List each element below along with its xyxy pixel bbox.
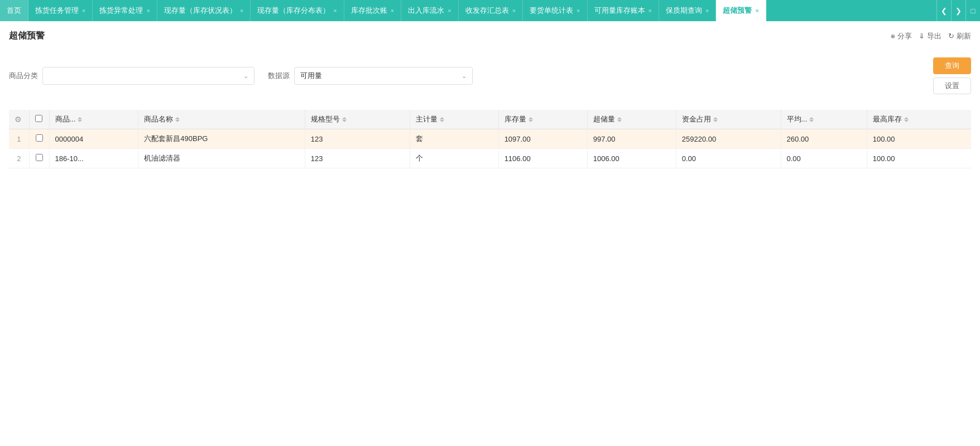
th-overstock[interactable]: 超储量: [587, 110, 676, 129]
nav-item-summary[interactable]: 收发存汇总表 ×: [459, 0, 523, 21]
nav-arrows: ❮ ❯ □: [936, 0, 980, 21]
row1-capital: 259220.00: [676, 129, 781, 149]
datasource-filter: 数据源 可用量 ⌄: [268, 67, 473, 85]
header-actions: ⎈ 分享 ⇓ 导出 ↻ 刷新: [891, 31, 971, 41]
row2-goods-code: 186-10...: [49, 149, 138, 168]
row1-stock: 1097.00: [498, 129, 587, 149]
sort-icon-max-stock: [904, 117, 909, 122]
th-max-stock[interactable]: 最高库存: [867, 110, 971, 129]
datasource-select[interactable]: 可用量 ⌄: [294, 67, 473, 85]
page-content: 超储预警 ⎈ 分享 ⇓ 导出 ↻ 刷新 商品分类 ⌄ 数据源: [0, 21, 980, 446]
th-unit[interactable]: 主计量: [410, 110, 498, 129]
top-navigation: 首页 拣货任务管理 × 拣货异常处理 × 现存量（库存状况表） × 现存量（库存…: [0, 0, 980, 21]
nav-item-batch[interactable]: 库存批次账 ×: [344, 0, 401, 21]
th-checkbox: [29, 110, 49, 129]
data-table: ⚙ 商品... 商品名称: [9, 110, 971, 168]
nav-item-home[interactable]: 首页: [0, 0, 28, 21]
category-filter: 商品分类 ⌄: [9, 67, 254, 85]
row1-overstock: 997.00: [587, 129, 676, 149]
sort-icon-stock: [529, 117, 533, 122]
category-label: 商品分类: [9, 71, 38, 81]
row2-spec: 123: [305, 149, 410, 168]
th-spec[interactable]: 规格型号: [305, 110, 410, 129]
row1-max-stock: 100.00: [867, 129, 971, 149]
setting-button[interactable]: 设置: [933, 77, 971, 94]
row1-avg: 260.00: [781, 129, 867, 149]
share-icon: ⎈: [891, 32, 895, 40]
nav-close-available-stock[interactable]: ×: [648, 7, 652, 14]
nav-item-stock-dist[interactable]: 现存量（库存分布表） ×: [251, 0, 344, 21]
sort-icon-goods-code: [78, 117, 82, 122]
row2-goods-name: 机油滤清器: [138, 149, 305, 168]
sort-icon-avg: [809, 117, 814, 122]
sort-icon-overstock: [617, 117, 622, 122]
th-stock[interactable]: 库存量: [498, 110, 587, 129]
nav-close-pick-task[interactable]: ×: [82, 7, 85, 14]
nav-next-arrow[interactable]: ❯: [951, 0, 965, 21]
sort-icon-capital: [713, 117, 718, 122]
row1-goods-code: 0000004: [49, 129, 138, 149]
table-row: 1 0000004 六配套新昌490BPG 123 套 1097.00 997.…: [9, 129, 971, 149]
row1-spec: 123: [305, 129, 410, 149]
nav-close-flow[interactable]: ×: [448, 7, 451, 14]
export-icon: ⇓: [919, 32, 925, 40]
row2-capital: 0.00: [676, 149, 781, 168]
datasource-select-value: 可用量: [300, 71, 322, 81]
category-chevron-icon: ⌄: [243, 72, 248, 80]
th-capital[interactable]: 资金占用: [676, 110, 781, 129]
row2-setting: 2: [9, 149, 29, 168]
th-avg[interactable]: 平均...: [781, 110, 867, 129]
page-title: 超储预警: [9, 30, 45, 42]
row2-unit: 个: [410, 149, 498, 168]
row2-stock: 1106.00: [498, 149, 587, 168]
query-button[interactable]: 查询: [933, 57, 971, 74]
nav-item-pick-task[interactable]: 拣货任务管理 ×: [28, 0, 93, 21]
filter-area: 商品分类 ⌄ 数据源 可用量 ⌄ 查询 设置: [9, 51, 971, 101]
nav-item-overstock[interactable]: 超储预警 ×: [716, 0, 766, 21]
row1-setting: 1: [9, 129, 29, 149]
refresh-icon: ↻: [948, 32, 954, 40]
share-button[interactable]: ⎈ 分享: [891, 31, 912, 41]
datasource-chevron-icon: ⌄: [462, 72, 467, 80]
gear-icon[interactable]: ⚙: [15, 115, 22, 124]
nav-close-shelf-life[interactable]: ×: [705, 7, 709, 14]
row1-checkbox[interactable]: [36, 134, 43, 142]
datasource-label: 数据源: [268, 71, 290, 81]
select-all-checkbox[interactable]: [35, 115, 42, 122]
nav-item-shelf-life[interactable]: 保质期查询 ×: [659, 0, 716, 21]
th-goods-name[interactable]: 商品名称: [138, 110, 305, 129]
sort-icon-goods-name: [175, 117, 180, 122]
export-button[interactable]: ⇓ 导出: [919, 31, 941, 41]
nav-close-summary[interactable]: ×: [512, 7, 516, 14]
page-header: 超储预警 ⎈ 分享 ⇓ 导出 ↻ 刷新: [9, 30, 971, 42]
category-select[interactable]: ⌄: [42, 67, 254, 85]
row2-checkbox[interactable]: [36, 154, 43, 161]
nav-item-order-stat[interactable]: 要货单统计表 ×: [523, 0, 587, 21]
nav-expand-arrow[interactable]: □: [965, 0, 980, 21]
nav-item-flow[interactable]: 出入库流水 ×: [401, 0, 458, 21]
nav-close-overstock[interactable]: ×: [755, 7, 758, 14]
nav-item-pick-exception[interactable]: 拣货异常处理 ×: [93, 0, 157, 21]
row2-max-stock: 100.00: [867, 149, 971, 168]
nav-close-stock-status[interactable]: ×: [240, 7, 243, 14]
th-goods-code[interactable]: 商品...: [49, 110, 138, 129]
nav-close-order-stat[interactable]: ×: [577, 7, 580, 14]
row1-goods-name: 六配套新昌490BPG: [138, 129, 305, 149]
nav-item-available-stock[interactable]: 可用量库存账本 ×: [588, 0, 659, 21]
row2-checkbox-cell: [29, 149, 49, 168]
filter-buttons: 查询 设置: [933, 57, 971, 94]
th-setting: ⚙: [9, 110, 29, 129]
row2-overstock: 1006.00: [587, 149, 676, 168]
nav-prev-arrow[interactable]: ❮: [936, 0, 951, 21]
refresh-button[interactable]: ↻ 刷新: [948, 31, 971, 41]
row2-avg: 0.00: [781, 149, 867, 168]
nav-item-stock-status[interactable]: 现存量（库存状况表） ×: [157, 0, 251, 21]
table-row: 2 186-10... 机油滤清器 123 个 1106.00 1006.00 …: [9, 149, 971, 168]
nav-close-pick-exception[interactable]: ×: [146, 7, 150, 14]
row1-unit: 套: [410, 129, 498, 149]
table-header-row: ⚙ 商品... 商品名称: [9, 110, 971, 129]
row1-checkbox-cell: [29, 129, 49, 149]
sort-icon-spec: [342, 117, 347, 122]
nav-close-stock-dist[interactable]: ×: [333, 7, 337, 14]
nav-close-batch[interactable]: ×: [391, 7, 394, 14]
